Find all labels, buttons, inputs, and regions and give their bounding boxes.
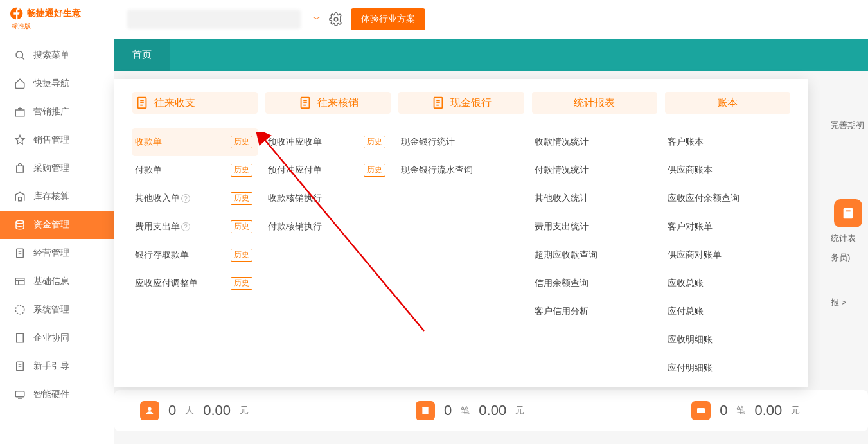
mega-item-label: 预收冲应收单	[268, 136, 322, 148]
nav-label: 智能硬件	[33, 389, 69, 400]
doc-icon	[416, 401, 435, 420]
mega-item-label: 收款情况统计	[535, 136, 589, 148]
stat-a-val: 0.00	[203, 402, 231, 419]
mega-item[interactable]: 现金银行流水查询	[398, 156, 524, 184]
nav-item-funds[interactable]: 资金管理	[0, 211, 114, 239]
history-button[interactable]: 历史	[231, 249, 252, 262]
mega-col-1: 往来核销预收冲应收单历史预付冲应付单历史收款核销执行付款核销执行	[265, 92, 391, 375]
nav-item-hardware[interactable]: 智能硬件	[0, 380, 114, 409]
nav-item-base[interactable]: 基础信息	[0, 267, 114, 296]
svg-rect-3	[17, 166, 24, 172]
svg-point-12	[15, 305, 24, 314]
nav-label: 经营管理	[33, 247, 69, 259]
mega-item-label: 费用支出单?	[135, 221, 190, 233]
funds-icon	[14, 219, 26, 231]
person-icon	[140, 401, 159, 420]
logo-area: 畅捷通好生意 标准版	[0, 0, 114, 33]
org-selector-blurred[interactable]	[127, 10, 301, 29]
mega-item[interactable]: 应收总账	[665, 269, 790, 297]
svg-rect-21	[697, 408, 705, 413]
mega-col-header: 现金银行	[398, 92, 524, 114]
nav-label: 基础信息	[33, 276, 69, 287]
cta-button[interactable]: 体验行业方案	[351, 8, 425, 30]
mega-item-label: 付款单	[135, 164, 162, 176]
nav-item-system[interactable]: 系统管理	[0, 296, 114, 324]
history-button[interactable]: 历史	[231, 277, 252, 290]
nav-item-sales[interactable]: 销售管理	[0, 126, 114, 154]
mega-item[interactable]: 应付总账	[665, 297, 790, 326]
tab-home[interactable]: 首页	[114, 39, 170, 71]
svg-rect-23	[846, 210, 850, 211]
nav-item-marketing[interactable]: 营销推广	[0, 98, 114, 126]
hint-1[interactable]: 完善期初	[828, 116, 868, 135]
svg-rect-13	[17, 333, 24, 342]
nav-item-quick[interactable]: 快捷导航	[0, 69, 114, 98]
nav-item-inventory[interactable]: 库存核算	[0, 182, 114, 211]
mega-item[interactable]: 费用支出单?历史	[132, 213, 258, 241]
report-icon[interactable]	[834, 199, 862, 227]
mega-item[interactable]: 付款核销执行	[265, 213, 391, 241]
history-button[interactable]: 历史	[364, 136, 385, 148]
nav-list: 搜索菜单快捷导航营销推广销售管理采购管理库存核算资金管理经营管理基础信息系统管理…	[0, 41, 114, 409]
chevron-down-icon[interactable]: ﹀	[312, 13, 321, 25]
stat-b-val: 0.00	[479, 402, 506, 419]
mega-item[interactable]: 收款核销执行	[265, 184, 391, 213]
mega-item-label: 付款核销执行	[268, 221, 322, 233]
tabbar: 首页	[114, 39, 868, 71]
history-button[interactable]: 历史	[231, 164, 252, 177]
nav-label: 采购管理	[33, 163, 69, 174]
mega-item[interactable]: 预付冲应付单历史	[265, 156, 391, 184]
mega-item[interactable]: 客户账本	[665, 128, 790, 156]
quick-icon	[14, 78, 26, 89]
hint-3[interactable]: 报 >	[828, 293, 868, 312]
nav-item-search[interactable]: 搜索菜单	[0, 41, 114, 69]
gear-icon[interactable]	[329, 12, 343, 26]
nav-item-enterprise[interactable]: 企业协同	[0, 324, 114, 352]
mega-item[interactable]: 其他收入单?历史	[132, 184, 258, 213]
mega-item[interactable]: 预收冲应收单历史	[265, 128, 391, 156]
nav-item-ops[interactable]: 经营管理	[0, 239, 114, 267]
mega-item[interactable]: 收款情况统计	[532, 128, 657, 156]
mega-item-label: 供应商对账单	[668, 249, 722, 261]
mega-item-label: 费用支出统计	[535, 221, 589, 233]
mega-item[interactable]: 收款单历史	[132, 128, 258, 156]
nav-item-guide[interactable]: 新手引导	[0, 352, 114, 380]
history-button[interactable]: 历史	[364, 164, 385, 177]
brand-icon	[9, 6, 23, 21]
brand-text: 畅捷通好生意	[27, 8, 81, 19]
mega-item[interactable]: 应收应付余额查询	[665, 184, 790, 213]
mega-col-0: 往来收支收款单历史付款单历史其他收入单?历史费用支出单?历史银行存取款单历史应收…	[132, 92, 258, 375]
mega-item-label: 现金银行统计	[401, 136, 455, 148]
mega-panel-funds: 往来收支收款单历史付款单历史其他收入单?历史费用支出单?历史银行存取款单历史应收…	[114, 79, 808, 387]
mega-col-2: 现金银行现金银行统计现金银行流水查询	[398, 92, 524, 375]
mega-item[interactable]: 其他收入统计	[532, 184, 657, 213]
mega-item-label: 客户对账单	[668, 221, 713, 233]
history-button[interactable]: 历史	[231, 220, 252, 233]
mega-item[interactable]: 应收应付调整单历史	[132, 269, 258, 297]
help-icon[interactable]: ?	[181, 222, 190, 231]
mega-item[interactable]: 银行存取款单历史	[132, 241, 258, 269]
history-button[interactable]: 历史	[231, 136, 252, 148]
mega-item[interactable]: 超期应收款查询	[532, 241, 657, 269]
mega-item[interactable]: 客户信用分析	[532, 297, 657, 326]
mega-item[interactable]: 客户对账单	[665, 213, 790, 241]
nav-label: 企业协同	[33, 332, 69, 344]
doc-icon	[298, 96, 312, 110]
mega-item[interactable]: 应付明细账	[665, 354, 790, 382]
help-icon[interactable]: ?	[181, 194, 190, 203]
mega-item[interactable]: 应收明细账	[665, 326, 790, 354]
mega-item[interactable]: 现金银行统计	[398, 128, 524, 156]
history-button[interactable]: 历史	[231, 192, 252, 205]
mega-item-label: 信用余额查询	[535, 278, 589, 289]
mega-item[interactable]: 供应商对账单	[665, 241, 790, 269]
svg-rect-2	[15, 110, 24, 116]
nav-label: 新手引导	[33, 360, 69, 372]
nav-item-purchase[interactable]: 采购管理	[0, 154, 114, 182]
mega-item[interactable]: 供应商账本	[665, 156, 790, 184]
mega-item[interactable]: 信用余额查询	[532, 269, 657, 297]
mega-item[interactable]: 付款情况统计	[532, 156, 657, 184]
stat-c: 0笔 0.00元	[691, 401, 800, 420]
mega-item[interactable]: 费用支出统计	[532, 213, 657, 241]
mega-item[interactable]: 付款单历史	[132, 156, 258, 184]
mega-col-header: 往来收支	[132, 92, 258, 114]
